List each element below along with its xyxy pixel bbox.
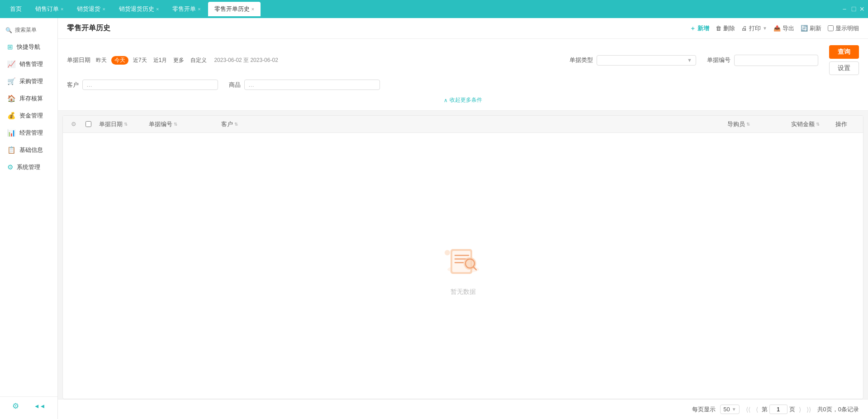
- maximize-button[interactable]: □: [852, 5, 856, 13]
- sort-icon: ⇅: [124, 122, 128, 127]
- settings-button[interactable]: 设置: [829, 61, 859, 75]
- sort-icon: ⇅: [746, 122, 750, 127]
- display-toggle: 显示明细: [828, 24, 859, 33]
- sidebar-item-label: 快捷导航: [17, 43, 40, 51]
- add-button[interactable]: ＋ 新增: [690, 24, 709, 33]
- export-label: 导出: [783, 24, 794, 33]
- tab-销货退货历史[interactable]: 销货退货历史×: [113, 2, 165, 16]
- sidebar-item-经营管理[interactable]: 📊经营管理: [0, 124, 57, 141]
- col-guide[interactable]: 导购员 ⇅: [724, 120, 769, 128]
- sidebar-item-销售管理[interactable]: 📈销售管理: [0, 56, 57, 73]
- tab-label: 销货退货: [77, 5, 100, 13]
- menu-icon: ⊞: [7, 43, 13, 51]
- goods-select[interactable]: …: [244, 80, 380, 90]
- sidebar-item-库存核算[interactable]: 🏠库存核算: [0, 90, 57, 107]
- page-input[interactable]: [769, 405, 787, 414]
- page-label: 页: [789, 405, 795, 414]
- col-amount-label: 实销金额: [791, 120, 815, 128]
- per-page-value: 50: [723, 406, 730, 413]
- sidebar-item-系统管理[interactable]: ⚙系统管理: [0, 159, 57, 176]
- page-label-pre: 第: [762, 405, 768, 414]
- customer-select[interactable]: …: [82, 80, 218, 90]
- refresh-label: 刷新: [810, 24, 821, 33]
- date-shortcut-近7天[interactable]: 近7天: [131, 56, 149, 65]
- select-all-checkbox[interactable]: [81, 121, 95, 127]
- col-date[interactable]: 单据日期 ⇅: [95, 120, 145, 128]
- per-page-select[interactable]: 50 ▼: [720, 405, 739, 414]
- display-checkbox[interactable]: [828, 25, 834, 31]
- tab-close-icon[interactable]: ×: [102, 6, 105, 12]
- column-settings-icon[interactable]: ⚙: [66, 121, 81, 127]
- tab-label: 零售开单: [172, 5, 196, 13]
- menu-icon: 📋: [7, 146, 16, 154]
- menu-icon: ⚙: [7, 163, 13, 171]
- print-icon: 🖨: [741, 25, 747, 32]
- minimize-button[interactable]: －: [841, 5, 848, 14]
- date-shortcut-昨天[interactable]: 昨天: [94, 56, 109, 65]
- col-op-label: 操作: [835, 120, 847, 128]
- filter-area: 单据日期 昨天今天近7天近1月更多自定义 2023-06-02 至 2023-0…: [58, 39, 868, 111]
- chevron-down-icon: ▼: [687, 57, 692, 63]
- tab-首页[interactable]: 首页: [4, 2, 28, 16]
- tab-close-icon[interactable]: ×: [156, 6, 159, 12]
- collapse-up-icon: ∧: [444, 97, 448, 104]
- bill-type-filter: 单据类型 ▼: [569, 55, 696, 66]
- bill-type-value: [601, 57, 602, 64]
- empty-illustration: [441, 235, 486, 281]
- date-shortcuts: 昨天今天近7天近1月更多自定义: [94, 56, 209, 65]
- sidebar-search[interactable]: 🔍 搜索菜单: [0, 22, 57, 38]
- tab-label: 销货退货历史: [119, 5, 154, 13]
- goods-filter: 商品 …: [229, 80, 380, 90]
- prev-page-button[interactable]: ⟨: [754, 405, 760, 414]
- bill-type-select[interactable]: ▼: [597, 55, 696, 66]
- tab-销售订单[interactable]: 销售订单×: [29, 2, 70, 16]
- goods-dots: …: [248, 81, 254, 88]
- date-shortcut-自定义[interactable]: 自定义: [189, 56, 209, 65]
- last-page-button[interactable]: ⟩⟩: [805, 405, 813, 414]
- customer-dots: …: [86, 81, 92, 88]
- tab-label: 首页: [10, 5, 22, 13]
- print-button[interactable]: 🖨 打印 ▼: [741, 24, 767, 33]
- tab-零售开单历史[interactable]: 零售开单历史×: [208, 2, 261, 16]
- refresh-button[interactable]: 🔄 刷新: [801, 24, 821, 33]
- first-page-button[interactable]: ⟨⟨: [744, 405, 752, 414]
- sidebar-item-快捷导航[interactable]: ⊞快捷导航: [0, 38, 57, 56]
- customer-filter: 客户 …: [67, 80, 218, 90]
- tab-label: 销售订单: [35, 5, 59, 13]
- date-shortcut-近1月[interactable]: 近1月: [152, 56, 169, 65]
- tab-销货退货[interactable]: 销货退货×: [71, 2, 111, 16]
- settings-icon[interactable]: ⚙: [12, 401, 19, 411]
- bill-num-input[interactable]: [734, 55, 818, 66]
- table-header: ⚙ 单据日期 ⇅ 单据编号 ⇅ 客户 ⇅ 导购员 ⇅: [63, 116, 863, 133]
- delete-button[interactable]: 🗑 删除: [716, 24, 735, 33]
- sidebar-item-基础信息[interactable]: 📋基础信息: [0, 141, 57, 159]
- close-button[interactable]: ×: [859, 5, 864, 14]
- delete-label: 删除: [723, 24, 735, 33]
- sort-icon: ⇅: [234, 122, 238, 127]
- collapse-sidebar-icon[interactable]: ◄◄: [34, 403, 46, 410]
- sidebar-item-资金管理[interactable]: 💰资金管理: [0, 107, 57, 124]
- sidebar-bottom: ⚙ ◄◄: [0, 396, 57, 415]
- col-amount[interactable]: 实销金额 ⇅: [769, 120, 823, 128]
- tab-close-icon[interactable]: ×: [251, 6, 254, 12]
- tab-close-icon[interactable]: ×: [198, 6, 200, 12]
- empty-label: 暂无数据: [451, 288, 476, 296]
- sidebar-item-label: 系统管理: [17, 163, 40, 171]
- col-customer[interactable]: 客户 ⇅: [218, 120, 724, 128]
- tab-零售开单[interactable]: 零售开单×: [166, 2, 207, 16]
- col-num-label: 单据编号: [149, 120, 172, 128]
- menu-icon: 📊: [7, 129, 16, 137]
- tab-close-icon[interactable]: ×: [61, 6, 63, 12]
- next-page-button[interactable]: ⟩: [797, 405, 803, 414]
- export-icon: 📤: [773, 25, 781, 32]
- date-shortcut-今天[interactable]: 今天: [111, 56, 128, 65]
- date-shortcut-更多[interactable]: 更多: [171, 56, 186, 65]
- export-button[interactable]: 📤 导出: [773, 24, 794, 33]
- collapse-button[interactable]: ∧ 收起更多条件: [438, 94, 488, 106]
- display-label: 显示明细: [835, 24, 859, 33]
- query-button[interactable]: 查询: [829, 45, 859, 59]
- menu-icon: 🏠: [7, 94, 16, 103]
- sidebar-item-采购管理[interactable]: 🛒采购管理: [0, 73, 57, 90]
- col-num[interactable]: 单据编号 ⇅: [145, 120, 218, 128]
- empty-state: 暂无数据: [63, 133, 863, 399]
